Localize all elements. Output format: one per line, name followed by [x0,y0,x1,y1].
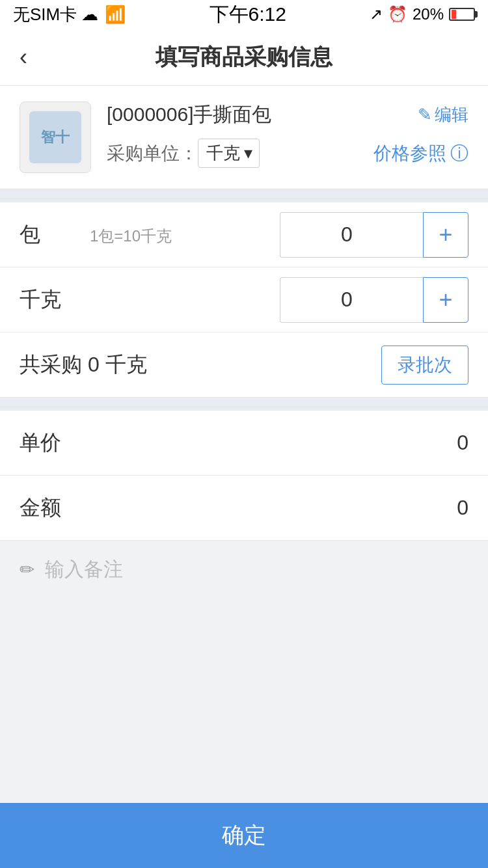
amount-row: 金额 0 [0,476,488,541]
unit-value: 千克 [206,142,240,165]
nav-bar: ‹ 填写商品采购信息 [0,29,488,86]
kg-label: 千克 [20,286,85,314]
chevron-down-icon: ▾ [244,143,252,163]
confirm-label: 确定 [222,821,266,850]
edit-button[interactable]: ✎ 编辑 [418,103,468,126]
edit-label: 编辑 [435,103,468,126]
kg-input[interactable] [280,277,423,323]
notes-placeholder: 输入备注 [45,556,123,583]
form-section: 包 1包=10千克 + 千克 + 共采购 0 千克 录批次 [0,202,488,398]
summary-row: 共采购 0 千克 录批次 [0,332,488,398]
bao-input[interactable] [280,212,423,258]
status-bar: 无SIM卡 ☁ 📶 下午6:12 ↗ ⏰ 20% [0,0,488,29]
summary-text: 共采购 0 千克 [20,351,147,379]
alarm-icon: ⏰ [388,5,407,23]
bao-row: 包 1包=10千克 + [0,202,488,267]
bao-label: 包 [20,221,85,249]
product-info: [0000006]手撕面包 ✎ 编辑 采购单位： 千克 ▾ 价格参照 ⓘ [107,102,468,168]
product-name-row: [0000006]手撕面包 ✎ 编辑 [107,102,468,128]
kg-row: 千克 + [0,267,488,332]
product-card: 智十 [0000006]手撕面包 ✎ 编辑 采购单位： 千克 ▾ 价格参照 ⓘ [0,86,488,189]
summary-label: 共采购 [20,353,82,376]
info-section: 单价 0 金额 0 [0,411,488,541]
notes-input-row[interactable]: ✏ 输入备注 [20,556,468,583]
divider-1 [0,189,488,202]
unit-select[interactable]: 千克 ▾ [198,139,260,168]
summary-amount-value: 0 [88,353,100,376]
confirm-button[interactable]: 确定 [0,803,488,868]
battery-percent: 20% [413,5,444,23]
product-thumbnail: 智十 [20,102,91,173]
unit-select-group: 采购单位： 千克 ▾ [107,139,260,168]
battery-icon [449,8,475,21]
sim-label: 无SIM卡 ☁ [13,3,98,26]
kg-plus-button[interactable]: + [423,277,468,323]
status-left: 无SIM卡 ☁ 📶 [13,3,126,26]
info-icon: ⓘ [450,141,468,166]
bao-plus-button[interactable]: + [423,212,468,258]
summary-unit-value: 千克 [105,353,147,376]
product-name: [0000006]手撕面包 [107,102,271,128]
kg-input-group: + [280,277,468,323]
pencil-icon: ✏ [20,559,34,580]
unit-price-label: 单价 [20,429,61,457]
price-ref-button[interactable]: 价格参照 ⓘ [373,141,468,166]
status-right: ↗ ⏰ 20% [370,5,475,23]
page-title: 填写商品采购信息 [156,42,332,72]
record-batch-button[interactable]: 录批次 [381,346,468,385]
divider-2 [0,398,488,411]
product-thumb-inner: 智十 [29,111,81,163]
unit-label: 采购单位： [107,141,198,166]
unit-price-value: 0 [457,431,468,455]
location-icon: ↗ [370,5,383,23]
amount-label: 金额 [20,494,61,522]
edit-icon: ✎ [418,105,432,125]
back-button[interactable]: ‹ [13,37,34,77]
notes-section: ✏ 输入备注 [0,541,488,736]
bao-sub: 1包=10千克 [90,226,172,247]
amount-value: 0 [457,496,468,520]
wifi-icon: 📶 [105,5,126,25]
bao-label-group: 包 1包=10千克 [20,221,172,249]
unit-price-row: 单价 0 [0,411,488,476]
unit-row: 采购单位： 千克 ▾ 价格参照 ⓘ [107,139,468,168]
bao-input-group: + [280,212,468,258]
product-thumb-text: 智十 [41,128,70,147]
status-time: 下午6:12 [210,1,286,28]
price-ref-label: 价格参照 [373,141,446,166]
